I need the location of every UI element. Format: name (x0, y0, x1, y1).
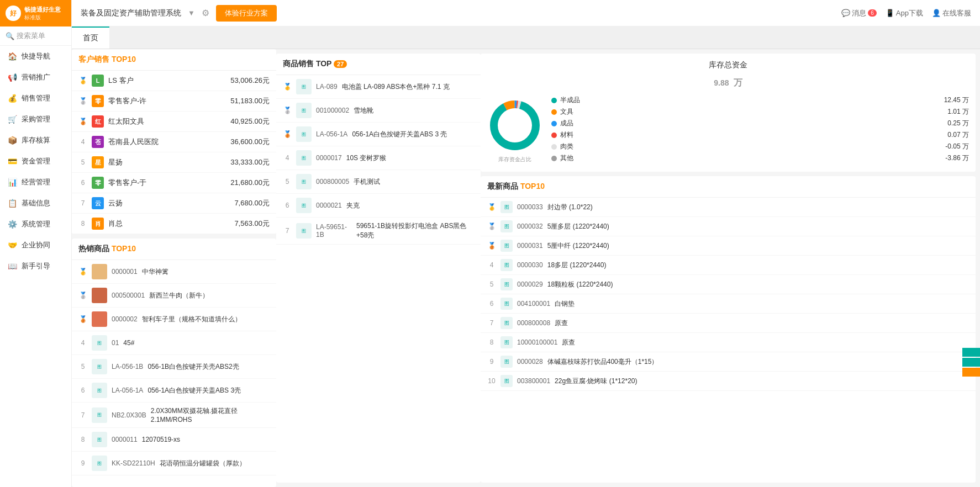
customer-rank-item[interactable]: 8 肖 肖总 7,563.00元 (72, 214, 276, 234)
product-image: 图 (296, 198, 312, 213)
customer-rank-label: 客户销售 TOP10 (78, 55, 136, 63)
hot-product-item[interactable]: 6 图 LA-056-1A 056-1A白色按键开关盖ABS 3壳 (72, 379, 276, 403)
float-live[interactable]: 直播 (962, 368, 980, 377)
new-product-item[interactable]: 6 图 004100001 白钢垫 (481, 294, 976, 314)
finance-icon: 💳 (8, 157, 17, 166)
topbar-actions: 💬 消息 6 📱 App下载 👤 在线客服 (841, 8, 971, 18)
customer-rank-item[interactable]: 🥇 L LS 客户 53,006.26元 (72, 71, 276, 91)
product-rank-num: 7 (283, 227, 292, 235)
legend-value: -0.05 万 (945, 142, 969, 151)
logo-main-text: 畅捷通好生意 (24, 6, 61, 14)
product-info: NB2.0X30B 2.0X30MM双摄花轴.摄花直径2.1MM/ROHS (112, 406, 270, 424)
sidebar-item-marketing[interactable]: 📢 营销推广 (0, 67, 71, 88)
new-product-item[interactable]: 8 图 10000100001 原查 (481, 333, 976, 352)
sidebar-item-finance[interactable]: 💳 资金管理 (0, 151, 71, 172)
new-product-item[interactable]: 9 图 0000028 体碱嘉枝味苏打饮品400毫升（1*15） (481, 352, 976, 372)
new-product-item[interactable]: 7 图 000800008 原查 (481, 314, 976, 333)
product-rank-num: 🥈 (283, 107, 292, 114)
inventory-unit: 万 (734, 78, 742, 87)
new-product-info: 0000029 18颗粒板 (1220*2440) (517, 280, 969, 289)
product-rank-item[interactable]: 4 图 0000017 10S 变树罗猴 (276, 146, 481, 170)
float-community[interactable]: 服务社区 (962, 358, 980, 367)
sidebar-search[interactable]: 🔍 搜索菜单 (0, 27, 71, 46)
sidebar-item-sales[interactable]: 💰 销售管理 (0, 88, 71, 109)
customer-rank-item[interactable]: 7 云 云扬 7,680.00元 (72, 193, 276, 214)
legend-item: 其他 -3.86 万 (551, 153, 969, 163)
sidebar-item-shortcuts[interactable]: 🏠 快捷导航 (0, 46, 71, 67)
hot-product-item[interactable]: 9 图 KK-SD22110H 花语萌恒温分罐罐袋（厚款） (72, 452, 276, 475)
hot-product-item[interactable]: 🥉 0000002 智利车子里（规格不知道填什么） (72, 308, 276, 331)
customer-rank-item[interactable]: 4 苍 苍南县人民医院 36,600.00元 (72, 132, 276, 152)
product-rank-num: 4 (283, 154, 292, 162)
new-product-item[interactable]: 🥇 图 0000033 封边带 (1.0*22) (481, 198, 976, 217)
chart-label: 库存资金占比 (487, 156, 542, 163)
hot-product-item[interactable]: 8 图 0000011 12070519-xs (72, 428, 276, 452)
app-download-btn[interactable]: 📱 App下载 (886, 8, 923, 18)
customer-rank-item[interactable]: 5 星 星扬 33,333.00元 (72, 152, 276, 173)
new-product-rank: 🥇 (487, 203, 496, 211)
settings-icon[interactable]: ⚙ (202, 8, 209, 18)
sidebar-item-system[interactable]: ⚙️ 系统管理 (0, 214, 71, 235)
new-product-code: 000800008 (517, 319, 550, 327)
legend-value: 1.01 万 (947, 107, 969, 117)
tab-home[interactable]: 首页 (72, 27, 109, 49)
product-rank-item[interactable]: 🥉 图 LA-056-1A 056-1A白色按键开关盖ABS 3 壳 (276, 123, 481, 146)
sidebar-item-operations[interactable]: 📊 经营管理 (0, 172, 71, 193)
product-image: 图 (296, 126, 312, 142)
new-product-item[interactable]: 10 图 003800001 22g鱼豆腐·烧烤味 (1*12*20) (481, 372, 976, 391)
product-rank-num: 6 (283, 202, 292, 209)
hot-product-item[interactable]: 5 图 LA-056-1B 056-1B白色按键开关壳ABS2壳 (72, 355, 276, 379)
new-product-info: 0000030 18多层 (1220*2440) (517, 261, 969, 270)
online-service-btn[interactable]: 👤 在线客服 (932, 8, 971, 18)
product-rank-item[interactable]: 5 图 000800005 手机测试 (276, 170, 481, 194)
new-product-code: 004100001 (517, 300, 550, 308)
sidebar-item-inventory[interactable]: 📦 库存核算 (0, 130, 71, 151)
inventory-chart-area: 库存资金占比 半成品 12.45 万 文具 1.01 万 成品 0.25 万 材… (487, 96, 969, 165)
sidebar-item-purchase[interactable]: 🛒 采购管理 (0, 109, 71, 130)
product-rank-item[interactable]: 7 图 LA-59651-1B 59651-1B旋转投影灯电池盒 ABS黑色+5… (276, 218, 481, 245)
product-rank-item[interactable]: 🥇 图 LA-089 电池盖 LA-089 ABS本色+黑种 7.1 克 (276, 75, 481, 99)
legend-dot (551, 98, 557, 103)
new-product-item[interactable]: 🥉 图 0000031 5厘中纤 (1220*2440) (481, 236, 976, 256)
topbar: 装备及固定资产辅助管理系统 ▼ ⚙ 体验行业方案 💬 消息 6 📱 App下载 … (72, 0, 980, 27)
product-rank-item[interactable]: 🥈 图 001000002 雪地靴 (276, 99, 481, 123)
hot-product-item[interactable]: 7 图 NB2.0X30B 2.0X30MM双摄花轴.摄花直径2.1MM/ROH… (72, 403, 276, 428)
customer-rank-item[interactable]: 🥈 零 零售客户-许 51,183.00元 (72, 91, 276, 112)
new-product-code: 0000032 (517, 223, 543, 230)
new-product-item[interactable]: 🥈 图 0000032 5厘多层 (1220*2440) (481, 217, 976, 236)
customer-rank-item[interactable]: 🥉 红 红太阳文具 40,925.00元 (72, 112, 276, 132)
sidebar-item-basics[interactable]: 📋 基础信息 (0, 193, 71, 214)
product-code: 0000021 (316, 202, 342, 209)
product-rank-item[interactable]: 6 图 0000021 夹克 (276, 194, 481, 218)
product-info: 0000017 10S 变树罗猴 (316, 153, 474, 163)
sidebar-item-enterprise[interactable]: 🤝 企业协同 (0, 235, 71, 256)
hot-product-item[interactable]: 🥇 0000001 中华神篱 (72, 260, 276, 284)
product-image: 图 (92, 335, 107, 351)
rank-number: 5 (78, 158, 87, 166)
product-code: LA-056-1A (112, 387, 143, 394)
message-btn[interactable]: 💬 消息 6 (841, 8, 877, 18)
basics-icon: 📋 (8, 199, 17, 208)
new-product-image: 图 (500, 278, 513, 290)
message-label: 消息 (852, 8, 866, 18)
customer-rank-item[interactable]: 6 零 零售客户-于 21,680.00元 (72, 173, 276, 193)
product-rank-num: 9 (78, 459, 87, 467)
rank-number: 7 (78, 199, 87, 207)
float-customer-service[interactable]: 客服热线 (962, 348, 980, 357)
new-product-image: 图 (500, 356, 513, 368)
sidebar-item-label: 资金管理 (22, 156, 50, 166)
experience-btn[interactable]: 体验行业方案 (216, 5, 277, 22)
dropdown-icon[interactable]: ▼ (188, 9, 195, 17)
hot-product-item[interactable]: 🥈 000500001 新西兰牛肉（新牛） (72, 284, 276, 308)
new-product-code: 0000030 (517, 261, 543, 269)
sidebar-item-guide[interactable]: 📖 新手引导 (0, 256, 71, 277)
new-product-item[interactable]: 5 图 0000029 18颗粒板 (1220*2440) (481, 275, 976, 294)
float-buttons: 客服热线 服务社区 直播 (962, 348, 980, 377)
main-area: 装备及固定资产辅助管理系统 ▼ ⚙ 体验行业方案 💬 消息 6 📱 App下载 … (72, 0, 980, 487)
new-product-item[interactable]: 4 图 0000030 18多层 (1220*2440) (481, 256, 976, 275)
hot-product-item[interactable]: 4 图 01 45# (72, 331, 276, 355)
legend-name: 半成品 (560, 96, 941, 105)
new-product-code: 0000033 (517, 203, 543, 211)
sidebar-nav: 🏠 快捷导航 📢 营销推广 💰 销售管理 🛒 采购管理 📦 库存核算 💳 资金管… (0, 46, 71, 487)
rank-number: 6 (78, 179, 87, 187)
